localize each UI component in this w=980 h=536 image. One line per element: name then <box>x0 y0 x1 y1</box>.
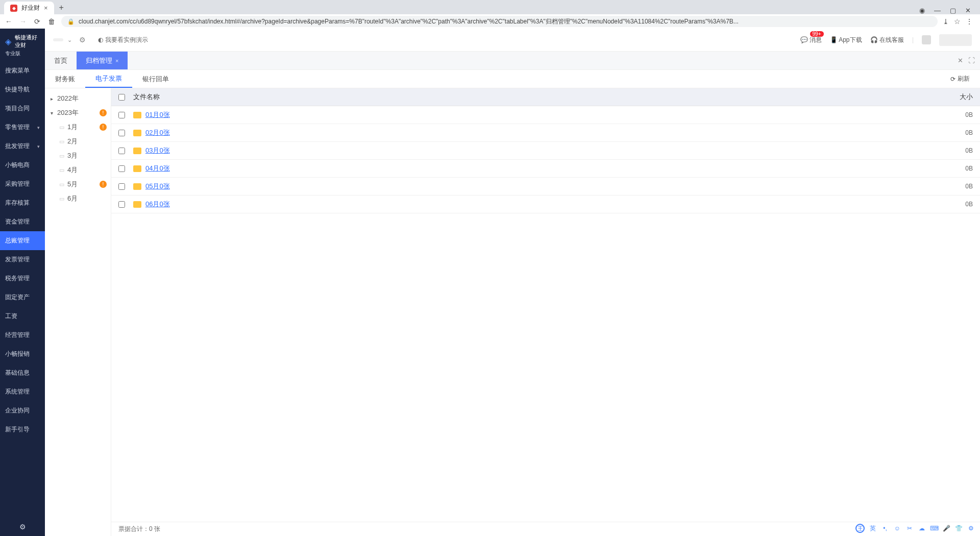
ime-cloud-icon[interactable]: ☁ <box>918 524 926 532</box>
file-row: 05月0张0B <box>111 178 980 196</box>
sidebar-item-基础信息[interactable]: 基础信息 <box>0 363 45 382</box>
close-window-icon[interactable]: ✕ <box>965 7 971 14</box>
refresh-button[interactable]: ⟳ 刷新 <box>950 70 980 88</box>
sidebar-item-税务管理[interactable]: 税务管理 <box>0 269 45 288</box>
messages-button[interactable]: 💬 消息 99+ <box>800 36 822 44</box>
sidebar-item-库存核算[interactable]: 库存核算 <box>0 193 45 212</box>
page-tab-归档管理[interactable]: 归档管理× <box>77 52 128 69</box>
minimize-icon[interactable]: — <box>934 7 941 14</box>
browser-tab[interactable]: ◆ 好业财 × <box>4 2 54 14</box>
tree-year-2022年[interactable]: ▸2022年 <box>45 91 111 106</box>
sidebar-item-小畅报销[interactable]: 小畅报销 <box>0 345 45 363</box>
row-checkbox[interactable] <box>118 148 125 154</box>
sidebar: ◈ 畅捷通好业财 专业版 搜索菜单快捷导航项目合同零售管理▾批发管理▾小畅电商采… <box>0 29 45 536</box>
page-tab-首页[interactable]: 首页 <box>45 52 77 69</box>
close-tab-icon[interactable]: ✕ <box>958 57 963 64</box>
ime-settings-icon[interactable]: ⚙ <box>967 524 975 532</box>
row-checkbox[interactable] <box>118 130 125 136</box>
col-filename: 文件名称 <box>133 92 942 102</box>
tree-month-6月[interactable]: ▭6月 <box>45 191 111 206</box>
ime-lang[interactable]: 英 <box>869 524 877 532</box>
ime-shirt-icon[interactable]: 👕 <box>954 524 963 532</box>
maximize-icon[interactable]: ▢ <box>950 7 956 14</box>
sidebar-settings-icon[interactable]: ⚙ <box>0 518 45 536</box>
forward-icon[interactable]: → <box>18 17 28 26</box>
bookmark-icon[interactable]: ☆ <box>954 17 961 26</box>
sidebar-item-项目合同[interactable]: 项目合同 <box>0 99 45 118</box>
sidebar-item-总账管理[interactable]: 总账管理 <box>0 231 45 250</box>
window-controls: ◉ — ▢ ✕ <box>910 7 980 14</box>
tab-bar: ◆ 好业财 × + ◉ — ▢ ✕ <box>0 0 980 14</box>
headset-icon: 🎧 <box>870 36 878 43</box>
tree-month-5月[interactable]: ▭5月! <box>45 177 111 191</box>
tree-year-2023年[interactable]: ▾2023年! <box>45 106 111 120</box>
sidebar-item-批发管理[interactable]: 批发管理▾ <box>0 137 45 156</box>
ime-emoji-icon[interactable]: ☺ <box>893 524 901 532</box>
company-selector[interactable]: ⌄ ⚙ <box>53 36 86 44</box>
company-name <box>53 38 63 41</box>
close-icon[interactable]: × <box>115 58 118 64</box>
folder-icon: ▭ <box>59 181 64 188</box>
url-text: cloud.chanjet.com/cc/u6d89qwnryel/57bfsk… <box>79 17 932 26</box>
tree-panel: ▸2022年▾2023年!▭1月!▭2月▭3月▭4月▭5月!▭6月 <box>45 88 111 536</box>
file-link[interactable]: 01月0张 <box>145 110 170 119</box>
tree-month-2月[interactable]: ▭2月 <box>45 134 111 149</box>
tree-month-4月[interactable]: ▭4月 <box>45 163 111 177</box>
content-area: 首页归档管理× ✕ ⛶ 财务账电子发票银行回单 ⟳ 刷新 ▸2022年▾2023… <box>45 52 980 536</box>
ime-punct-icon[interactable]: •, <box>881 524 889 532</box>
row-checkbox[interactable] <box>118 112 125 118</box>
sidebar-item-搜索菜单[interactable]: 搜索菜单 <box>0 61 45 80</box>
file-row: 02月0张0B <box>111 124 980 142</box>
sub-tab-电子发票[interactable]: 电子发票 <box>85 70 132 88</box>
avatar-icon[interactable] <box>922 35 931 44</box>
demo-link[interactable]: ◐ 我要看实例演示 <box>98 36 148 44</box>
file-link[interactable]: 06月0张 <box>145 200 170 209</box>
sidebar-item-系统管理[interactable]: 系统管理 <box>0 382 45 401</box>
back-icon[interactable]: ← <box>4 17 13 26</box>
sidebar-item-发票管理[interactable]: 发票管理 <box>0 250 45 269</box>
col-size: 大小 <box>942 92 973 102</box>
gear-icon[interactable]: ⚙ <box>79 36 86 44</box>
url-field[interactable]: 🔒 cloud.chanjet.com/cc/u6d89qwnryel/57bf… <box>61 16 938 27</box>
file-link[interactable]: 04月0张 <box>145 164 170 173</box>
sidebar-item-经营管理[interactable]: 经营管理 <box>0 326 45 345</box>
new-tab-button[interactable]: + <box>54 1 69 14</box>
sidebar-item-企业协同[interactable]: 企业协同 <box>0 401 45 420</box>
file-link[interactable]: 02月0张 <box>145 128 170 137</box>
tree-month-1月[interactable]: ▭1月! <box>45 120 111 134</box>
sidebar-item-小畅电商[interactable]: 小畅电商 <box>0 156 45 175</box>
select-all-checkbox[interactable] <box>118 94 125 101</box>
user-name[interactable] <box>939 34 972 46</box>
sidebar-item-资金管理[interactable]: 资金管理 <box>0 212 45 231</box>
row-checkbox[interactable] <box>118 165 125 172</box>
account-icon[interactable]: ◉ <box>919 7 925 14</box>
sub-tab-财务账[interactable]: 财务账 <box>45 70 85 88</box>
file-link[interactable]: 05月0张 <box>145 182 170 191</box>
fullscreen-icon[interactable]: ⛶ <box>968 57 975 64</box>
ime-main-icon[interactable]: 王 <box>855 524 865 533</box>
row-checkbox[interactable] <box>118 183 125 190</box>
row-checkbox[interactable] <box>118 201 125 208</box>
online-service-button[interactable]: 🎧 在线客服 <box>870 36 904 44</box>
sidebar-item-快捷导航[interactable]: 快捷导航 <box>0 80 45 99</box>
file-size: 0B <box>942 165 973 172</box>
reload-icon[interactable]: ⟳ <box>33 17 42 26</box>
ime-keyboard-icon[interactable]: ⌨ <box>930 524 938 532</box>
msg-badge: 99+ <box>810 31 824 37</box>
tree-month-3月[interactable]: ▭3月 <box>45 149 111 163</box>
sidebar-item-工资[interactable]: 工资 <box>0 307 45 326</box>
ime-mic-icon[interactable]: 🎤 <box>942 524 950 532</box>
app-download-button[interactable]: 📱 App下载 <box>830 36 862 44</box>
sub-tab-银行回单[interactable]: 银行回单 <box>132 70 179 88</box>
delete-icon[interactable]: 🗑 <box>47 17 56 26</box>
sidebar-item-固定资产[interactable]: 固定资产 <box>0 288 45 307</box>
file-link[interactable]: 03月0张 <box>145 146 170 155</box>
sidebar-item-新手引导[interactable]: 新手引导 <box>0 420 45 439</box>
sidebar-item-采购管理[interactable]: 采购管理 <box>0 175 45 193</box>
chevron-down-icon: ▾ <box>37 144 40 149</box>
install-icon[interactable]: ⤓ <box>943 17 949 26</box>
ime-scissors-icon[interactable]: ✂ <box>905 524 914 532</box>
menu-icon[interactable]: ⋮ <box>966 17 973 26</box>
sidebar-item-零售管理[interactable]: 零售管理▾ <box>0 118 45 137</box>
tab-close-icon[interactable]: × <box>44 4 48 12</box>
